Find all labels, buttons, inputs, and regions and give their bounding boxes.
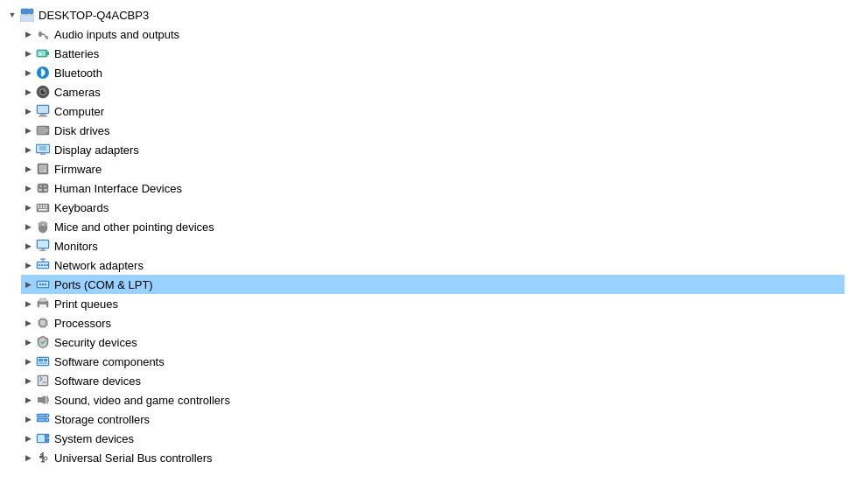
expand-arrow[interactable]: [21, 220, 35, 234]
list-item[interactable]: Audio inputs and outputs: [21, 24, 844, 44]
svg-point-40: [44, 186, 46, 187]
list-item[interactable]: Security devices: [21, 332, 844, 352]
list-item[interactable]: Sound, video and game controllers: [21, 390, 844, 410]
svg-rect-3: [21, 16, 33, 21]
item-label: Cameras: [54, 86, 844, 99]
list-item[interactable]: Display adapters: [21, 140, 844, 159]
root-node[interactable]: DESKTOP-Q4ACBP3: [4, 5, 844, 24]
svg-rect-42: [44, 189, 47, 191]
svg-rect-60: [39, 250, 46, 251]
expand-arrow[interactable]: [21, 393, 35, 407]
root-icon: [19, 8, 35, 22]
item-label: System devices: [54, 432, 844, 445]
expand-arrow[interactable]: [21, 239, 35, 253]
expand-arrow[interactable]: [21, 258, 35, 272]
list-item[interactable]: Human Interface Devices: [21, 178, 844, 198]
expand-arrow[interactable]: [21, 85, 35, 99]
expand-arrow[interactable]: [21, 297, 35, 311]
software-comp-icon: [35, 354, 51, 368]
computer-icon: [35, 104, 51, 118]
list-item[interactable]: Universal Serial Bus controllers: [21, 448, 844, 467]
list-item[interactable]: Monitors: [21, 236, 844, 256]
svg-rect-44: [38, 205, 39, 206]
list-item[interactable]: Processors: [21, 313, 844, 332]
item-label: Firmware: [54, 163, 844, 176]
monitor-icon: [35, 239, 51, 253]
expand-arrow[interactable]: [21, 27, 35, 41]
expand-arrow[interactable]: [21, 181, 35, 195]
battery-icon: [35, 46, 51, 60]
expand-arrow[interactable]: [21, 451, 35, 465]
list-item[interactable]: Mice and other pointing devices: [21, 217, 844, 236]
list-item[interactable]: Keyboards: [21, 198, 844, 217]
svg-rect-66: [46, 264, 48, 266]
root-expand-arrow[interactable]: [5, 8, 19, 22]
list-item[interactable]: Software devices: [21, 371, 844, 390]
item-label: Processors: [54, 317, 844, 330]
list-item[interactable]: Firmware: [21, 159, 844, 178]
item-label: Keyboards: [54, 201, 844, 214]
item-label: Sound, video and game controllers: [54, 394, 844, 407]
expand-arrow[interactable]: [21, 412, 35, 426]
svg-rect-114: [39, 456, 43, 458]
svg-rect-46: [43, 205, 45, 206]
svg-rect-63: [39, 264, 40, 266]
svg-rect-50: [43, 207, 45, 209]
list-item[interactable]: Network adapters: [21, 256, 844, 275]
software-dev-icon: [35, 374, 51, 388]
expand-arrow[interactable]: [21, 162, 35, 176]
list-item[interactable]: Disk drives: [21, 121, 844, 140]
expand-arrow[interactable]: [21, 374, 35, 388]
svg-rect-117: [41, 461, 45, 463]
print-icon: [35, 297, 51, 311]
list-item[interactable]: Cameras: [21, 82, 844, 102]
keyboard-icon: [35, 200, 51, 214]
security-icon: [35, 335, 51, 349]
disk-icon: [35, 123, 51, 137]
item-label: Ports (COM & LPT): [54, 278, 844, 291]
svg-rect-80: [40, 320, 46, 326]
svg-rect-95: [39, 359, 43, 361]
svg-rect-41: [39, 189, 42, 191]
svg-rect-49: [40, 207, 42, 209]
mouse-icon: [35, 220, 51, 234]
list-item[interactable]: Batteries: [21, 44, 844, 63]
expand-arrow[interactable]: [21, 277, 35, 291]
list-item[interactable]: Storage controllers: [21, 410, 844, 429]
svg-rect-59: [41, 248, 45, 250]
svg-point-72: [42, 284, 45, 286]
item-label: Software components: [54, 355, 844, 368]
svg-point-73: [45, 284, 47, 286]
expand-arrow[interactable]: [21, 354, 35, 368]
expand-arrow[interactable]: [21, 143, 35, 157]
list-item[interactable]: Print queues: [21, 294, 844, 313]
expand-arrow[interactable]: [21, 335, 35, 349]
list-item[interactable]: Bluetooth: [21, 63, 844, 82]
svg-rect-8: [47, 52, 49, 55]
expand-arrow[interactable]: [21, 123, 35, 137]
list-item[interactable]: System devices: [21, 429, 844, 448]
list-item-ports[interactable]: Ports (COM & LPT): [21, 275, 844, 294]
item-label: Network adapters: [54, 259, 844, 272]
item-label: Human Interface Devices: [54, 182, 844, 195]
svg-rect-20: [39, 116, 47, 117]
svg-rect-58: [38, 241, 48, 248]
item-label: Disk drives: [54, 124, 844, 137]
svg-rect-31: [40, 153, 46, 155]
svg-point-71: [39, 284, 42, 286]
sound-icon: [35, 393, 51, 407]
expand-arrow[interactable]: [21, 46, 35, 60]
item-label: Monitors: [54, 240, 844, 253]
svg-rect-30: [39, 146, 46, 150]
expand-arrow[interactable]: [21, 431, 35, 445]
list-item[interactable]: Computer: [21, 102, 844, 121]
expand-arrow[interactable]: [21, 104, 35, 118]
list-item[interactable]: Software components: [21, 352, 844, 371]
expand-arrow[interactable]: [21, 316, 35, 330]
svg-rect-112: [46, 438, 49, 443]
svg-rect-19: [40, 114, 46, 116]
svg-rect-18: [38, 106, 48, 113]
svg-rect-0: [21, 9, 29, 14]
expand-arrow[interactable]: [21, 66, 35, 80]
expand-arrow[interactable]: [21, 200, 35, 214]
